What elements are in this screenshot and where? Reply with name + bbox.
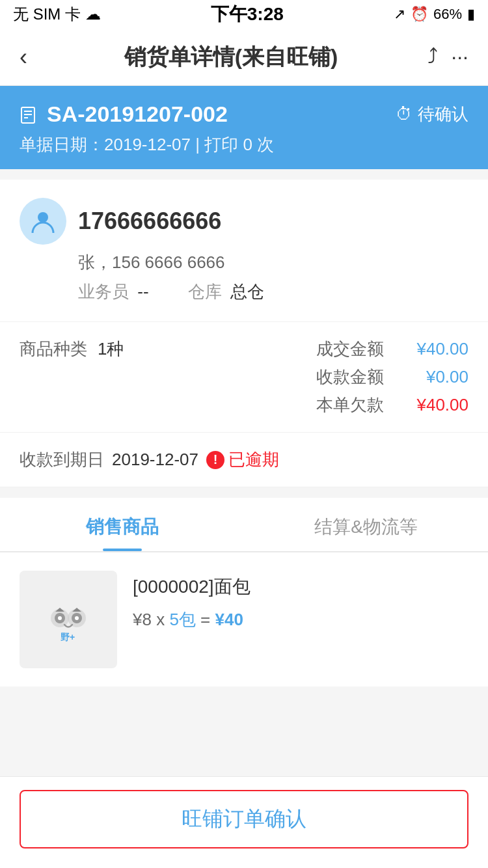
customer-phone: 17666666666 xyxy=(78,208,221,235)
nav-bar: ‹ 销货单详情(来自旺铺) ⤴ ··· xyxy=(0,29,488,86)
product-thumbnail: 野+ xyxy=(20,571,117,668)
status-bar: 无 SIM 卡 ☁ 下午3:28 ↗ ⏰ 66% ▮ xyxy=(0,0,488,29)
deal-amount-label: 成交金额 xyxy=(316,338,384,360)
due-date-section: 收款到期日 2019-12-07 ! 已逾期 xyxy=(0,433,488,487)
stats-section: 商品种类 1种 成交金额 ¥40.00 收款金额 ¥0.00 本单欠款 ¥40.… xyxy=(0,322,488,433)
order-meta: 单据日期：2019-12-07 | 打印 0 次 xyxy=(20,133,468,156)
svg-point-9 xyxy=(58,616,62,620)
svg-point-4 xyxy=(38,212,48,223)
product-unit-price: ¥8 x xyxy=(133,610,169,629)
salesperson-field: 业务员 -- xyxy=(78,280,149,303)
arrears-amount-label: 本单欠款 xyxy=(316,394,384,416)
category-value: 1种 xyxy=(98,338,124,360)
product-total: ¥40 xyxy=(215,610,243,629)
header-card: SA-20191207-002 ⏱ 待确认 单据日期：2019-12-07 | … xyxy=(0,86,488,169)
received-amount-label: 收款金额 xyxy=(316,366,384,388)
arrears-amount-value: ¥40.00 xyxy=(397,395,468,415)
overdue-badge: ! 已逾期 xyxy=(206,448,279,471)
received-amount-row: 收款金额 ¥0.00 xyxy=(316,366,468,388)
status-bar-left: 无 SIM 卡 ☁ xyxy=(13,4,101,25)
tabs: 销售商品 结算&物流等 xyxy=(0,498,488,552)
avatar xyxy=(20,198,66,245)
product-item: 野+ [0000002]面包 ¥8 x 5包 = ¥40 xyxy=(20,571,468,668)
product-name: [0000002]面包 xyxy=(133,575,468,599)
deal-amount-row: 成交金额 ¥40.00 xyxy=(316,338,468,360)
status-bar-time: 下午3:28 xyxy=(211,2,284,27)
product-info: [0000002]面包 ¥8 x 5包 = ¥40 xyxy=(133,571,468,631)
more-icon[interactable]: ··· xyxy=(451,45,468,69)
nav-actions: ⤴ ··· xyxy=(403,45,468,69)
salesperson-value: -- xyxy=(137,282,148,301)
bottom-bar: 旺铺订单确认 xyxy=(0,776,488,868)
category-label: 商品种类 xyxy=(20,338,87,360)
customer-name: 张，156 6666 6666 xyxy=(78,251,468,274)
stats-category: 商品种类 1种 xyxy=(20,338,316,360)
battery-icon: ▮ xyxy=(467,6,475,23)
due-date-value: 2019-12-07 xyxy=(112,450,198,470)
sim-signal: 无 SIM 卡 ☁ xyxy=(13,4,101,25)
product-section: 野+ [0000002]面包 ¥8 x 5包 = ¥40 xyxy=(0,552,488,686)
order-icon xyxy=(20,104,40,125)
clock-icon: ⏱ xyxy=(396,104,413,124)
customer-section: 17666666666 张，156 6666 6666 业务员 -- 仓库 总仓 xyxy=(0,180,488,322)
customer-fields: 业务员 -- 仓库 总仓 xyxy=(78,280,468,303)
product-qty: 5包 xyxy=(169,610,195,629)
status-bar-right: ↗ ⏰ 66% ▮ xyxy=(394,6,475,23)
received-amount-value: ¥0.00 xyxy=(397,367,468,387)
deal-amount-value: ¥40.00 xyxy=(397,339,468,359)
warehouse-field: 仓库 总仓 xyxy=(188,280,264,303)
share-icon[interactable]: ⤴ xyxy=(427,45,438,69)
warehouse-value: 总仓 xyxy=(230,282,264,301)
order-id: SA-20191207-002 xyxy=(20,102,228,127)
location-icon: ↗ xyxy=(394,6,405,23)
alarm-icon: ⏰ xyxy=(411,6,428,23)
confirm-order-button[interactable]: 旺铺订单确认 xyxy=(20,790,468,848)
product-equals: = xyxy=(196,610,215,629)
status-badge: ⏱ 待确认 xyxy=(396,103,468,126)
salesperson-label: 业务员 xyxy=(78,282,129,301)
svg-point-10 xyxy=(75,616,79,620)
battery-level: 66% xyxy=(433,6,462,23)
svg-text:野+: 野+ xyxy=(61,632,75,642)
tab-settlement[interactable]: 结算&物流等 xyxy=(244,498,488,551)
overdue-text: 已逾期 xyxy=(228,448,279,471)
stats-amounts: 成交金额 ¥40.00 收款金额 ¥0.00 本单欠款 ¥40.00 xyxy=(316,338,468,416)
page-title: 销货单详情(来自旺铺) xyxy=(59,42,403,72)
separator-1 xyxy=(0,169,488,180)
back-button[interactable]: ‹ xyxy=(20,44,59,71)
arrears-amount-row: 本单欠款 ¥40.00 xyxy=(316,394,468,416)
tab-sales-goods[interactable]: 销售商品 xyxy=(0,498,244,551)
due-date-label: 收款到期日 xyxy=(20,448,104,471)
warehouse-label: 仓库 xyxy=(188,282,222,301)
product-price-line: ¥8 x 5包 = ¥40 xyxy=(133,608,468,631)
overdue-icon: ! xyxy=(206,451,224,469)
